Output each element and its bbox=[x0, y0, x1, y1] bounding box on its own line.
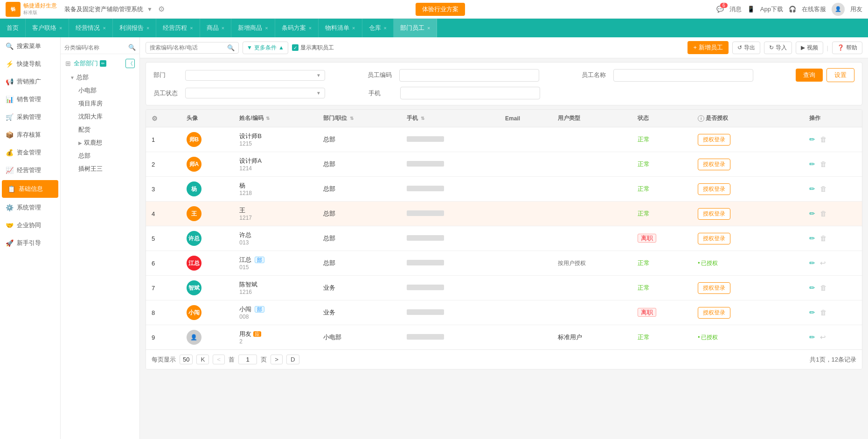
dept-collapse-icon[interactable]: 《 bbox=[125, 59, 135, 68]
edit-icon[interactable]: ✏ bbox=[809, 160, 815, 168]
delete-icon[interactable]: 🗑 bbox=[820, 308, 827, 316]
th-gear[interactable]: ⚙ bbox=[146, 110, 181, 127]
filter-dept-select[interactable]: ▼ bbox=[185, 70, 325, 81]
dept-item-peihuo[interactable]: 配货 bbox=[67, 123, 139, 136]
sidebar-item-business[interactable]: 📈 经营管理 bbox=[0, 161, 60, 179]
settings-button[interactable]: 设置 bbox=[826, 68, 854, 82]
close-icon[interactable]: × bbox=[222, 25, 224, 31]
tab-bom[interactable]: 物料清单 × bbox=[319, 19, 362, 37]
page-number-input[interactable] bbox=[238, 355, 257, 364]
dept-item-shenyang[interactable]: 沈阳大库 bbox=[67, 110, 139, 123]
edit-icon[interactable]: ✏ bbox=[809, 135, 815, 143]
th-phone[interactable]: 手机 ⇅ bbox=[401, 110, 500, 127]
auth-login-button[interactable]: 授权登录 bbox=[698, 183, 730, 195]
help-button[interactable]: ❓ 帮助 bbox=[832, 42, 862, 54]
th-name-code[interactable]: 姓名/编码 ⇅ bbox=[234, 110, 318, 127]
auth-login-button[interactable]: 授权登录 bbox=[698, 282, 730, 294]
delete-icon[interactable]: 🗑 bbox=[820, 209, 827, 217]
edit-icon[interactable]: ✏ bbox=[809, 185, 815, 193]
dept-item-zongbu[interactable]: 总部 bbox=[67, 149, 139, 162]
filter-phone-input[interactable] bbox=[400, 87, 540, 99]
close-icon[interactable]: × bbox=[59, 25, 62, 31]
delete-icon[interactable]: 🗑 bbox=[820, 234, 827, 242]
message-label[interactable]: 消息 bbox=[729, 5, 742, 14]
close-icon[interactable]: × bbox=[352, 25, 355, 31]
sidebar-item-inventory[interactable]: 📦 库存核算 bbox=[0, 126, 60, 144]
search-input[interactable] bbox=[150, 44, 225, 51]
sidebar-item-system[interactable]: ⚙️ 系统管理 bbox=[0, 199, 60, 216]
sidebar-item-shortcut[interactable]: ⚡ 快捷导航 bbox=[0, 55, 60, 73]
sidebar-item-search[interactable]: 🔍 搜索菜单 bbox=[0, 37, 60, 55]
gear-icon[interactable]: ⚙ bbox=[152, 115, 158, 122]
close-icon[interactable]: × bbox=[265, 25, 268, 31]
tab-goods[interactable]: 商品 × bbox=[200, 19, 231, 37]
page-last-button[interactable]: D bbox=[286, 355, 299, 364]
edit-icon[interactable]: ✏ bbox=[809, 209, 815, 217]
tab-customer[interactable]: 客户联络 × bbox=[26, 19, 69, 37]
delete-icon[interactable]: 🗑 bbox=[820, 185, 827, 193]
settings-icon[interactable]: ⚙ bbox=[158, 5, 165, 14]
filter-empcode-input[interactable] bbox=[399, 69, 539, 82]
message-icon-area[interactable]: 💬 6 bbox=[716, 6, 724, 13]
close-icon[interactable]: × bbox=[309, 25, 312, 31]
tab-barcode[interactable]: 条码方案 × bbox=[275, 19, 319, 37]
close-icon[interactable]: × bbox=[384, 25, 387, 31]
delete-icon[interactable]: ↩ bbox=[820, 259, 826, 267]
tab-new-goods[interactable]: 新增商品 × bbox=[231, 19, 275, 37]
import-button[interactable]: ↻ 导入 bbox=[764, 42, 792, 54]
tab-home[interactable]: 首页 bbox=[0, 19, 26, 37]
tab-history[interactable]: 经营历程 × bbox=[156, 19, 200, 37]
dept-search-input[interactable] bbox=[64, 44, 128, 51]
sidebar-item-purchase[interactable]: 🛒 采购管理 bbox=[0, 108, 60, 126]
sidebar-item-sales[interactable]: 📊 销售管理 bbox=[0, 91, 60, 108]
th-dept-position[interactable]: 部门/职位 ⇅ bbox=[318, 110, 402, 127]
dept-item-shuangluxiang[interactable]: ▶ 双鹿想 bbox=[67, 136, 139, 149]
auth-login-button[interactable]: 授权登录 bbox=[698, 134, 730, 146]
auth-login-button[interactable]: 授权登录 bbox=[698, 208, 730, 220]
dept-tree-item-zongbu-parent[interactable]: ▼ 总部 bbox=[61, 71, 139, 84]
avatar[interactable]: 👤 bbox=[832, 3, 845, 16]
page-prev-button[interactable]: < bbox=[213, 355, 225, 364]
search-button[interactable]: 查询 bbox=[796, 69, 823, 82]
delete-icon[interactable]: 🗑 bbox=[820, 135, 827, 143]
dept-item-project[interactable]: 项目库房 bbox=[67, 97, 139, 110]
dept-item-chashuwang[interactable]: 插树王三 bbox=[67, 162, 139, 175]
edit-icon[interactable]: ✏ bbox=[809, 284, 815, 292]
edit-icon[interactable]: ✏ bbox=[809, 234, 815, 242]
sidebar-item-collab[interactable]: 🤝 企业协同 bbox=[0, 216, 60, 234]
edit-icon[interactable]: ✏ bbox=[809, 259, 815, 267]
sidebar-item-base-info[interactable]: 📋 基础信息 bbox=[2, 180, 58, 198]
close-icon[interactable]: × bbox=[427, 25, 430, 31]
dropdown-arrow-icon[interactable]: ▼ bbox=[147, 6, 153, 13]
app-download-label[interactable]: App下载 bbox=[760, 5, 783, 14]
delete-icon[interactable]: 🗑 bbox=[820, 284, 827, 292]
more-filter-button[interactable]: ▼ 更多条件 ▲ bbox=[243, 42, 288, 54]
sidebar-item-guide[interactable]: 🚀 新手引导 bbox=[0, 234, 60, 252]
sidebar-item-finance[interactable]: 💰 资金管理 bbox=[0, 144, 60, 161]
trial-button[interactable]: 体验行业方案 bbox=[416, 3, 465, 16]
auth-login-button[interactable]: 授权登录 bbox=[698, 233, 730, 244]
online-service-label[interactable]: 在线客服 bbox=[802, 5, 826, 14]
dept-all-header[interactable]: ⊞ 全部部门 ✏ 《 bbox=[61, 56, 139, 71]
dept-search-icon[interactable]: 🔍 bbox=[128, 44, 136, 51]
close-icon[interactable]: × bbox=[103, 25, 105, 31]
page-first-button[interactable]: K bbox=[196, 355, 209, 364]
delete-icon[interactable]: ↩ bbox=[820, 333, 826, 341]
info-icon[interactable]: i bbox=[698, 115, 704, 122]
search-icon[interactable]: 🔍 bbox=[227, 44, 235, 51]
page-next-button[interactable]: > bbox=[271, 355, 283, 364]
filter-empname-input[interactable] bbox=[613, 69, 753, 82]
export-button[interactable]: ↺ 导出 bbox=[732, 42, 760, 54]
dept-item-xiaodianbr[interactable]: 小电部 bbox=[67, 84, 139, 97]
view-button[interactable]: ▶ 视频 bbox=[796, 42, 823, 54]
close-icon[interactable]: × bbox=[146, 25, 149, 31]
per-page-value[interactable]: 50 bbox=[180, 355, 193, 364]
auth-login-button[interactable]: 授权登录 bbox=[698, 307, 730, 319]
dept-edit-icon[interactable]: ✏ bbox=[100, 60, 106, 67]
tab-operations[interactable]: 经营情况 × bbox=[69, 19, 112, 37]
add-employee-button[interactable]: + 新增员工 bbox=[687, 41, 728, 54]
auth-login-button[interactable]: 授权登录 bbox=[698, 159, 730, 170]
tab-profit[interactable]: 利润报告 × bbox=[113, 19, 156, 37]
show-resign-checkbox-area[interactable]: ✓ 显示离职员工 bbox=[292, 44, 334, 52]
sidebar-item-marketing[interactable]: 📢 营销推广 bbox=[0, 73, 60, 91]
